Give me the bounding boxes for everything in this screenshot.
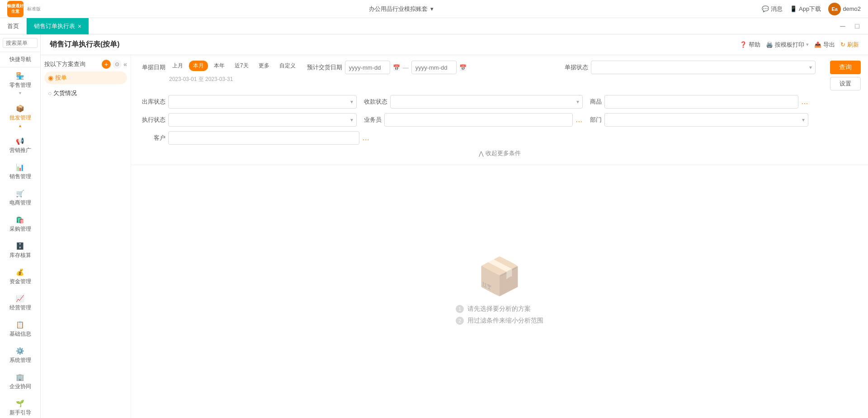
scheme-order-icon: ◉ [48, 74, 53, 81]
date-pill-last-month[interactable]: 上月 [168, 61, 187, 71]
goods-ellipsis-btn[interactable]: … [801, 98, 808, 106]
marketing-icon: 📢 [16, 137, 24, 145]
sidebar-item-operation[interactable]: 📈 经营管理 [0, 290, 40, 316]
scheme-collapse-btn[interactable]: « [123, 61, 127, 68]
retail-icon: 🏪 [16, 72, 24, 80]
sidebar-item-enterprise[interactable]: 🏢 企业协同 [0, 369, 40, 395]
refresh-btn[interactable]: ↻ 刷新 [840, 41, 859, 49]
hint-num-2: 2 [456, 317, 464, 325]
content-area: 销售订单执行表(按单) ❓ 帮助 🖨️ 按模板打印 ▾ 📤 导出 ↻ 刷新 [41, 34, 868, 418]
ecommerce-icon: 🛒 [16, 190, 24, 198]
message-icon: 💬 [762, 5, 769, 12]
tab-maximize-btn[interactable]: □ [852, 21, 863, 32]
tabbar: 首页 销售订单执行表 × ─ □ [0, 18, 868, 34]
customer-ellipsis-btn[interactable]: … [362, 134, 369, 142]
avatar: Ea [828, 3, 841, 15]
sidebar-item-purchase[interactable]: 🛍️ 采购管理 [0, 211, 40, 238]
sidebar-item-sales[interactable]: 📊 销售管理 [0, 159, 40, 185]
goods-input[interactable] [604, 95, 798, 109]
hint-num-1: 1 [456, 305, 464, 313]
export-btn[interactable]: 📤 导出 [814, 41, 835, 49]
scheme-item-by-order[interactable]: ◉ 按单 [44, 71, 127, 84]
message-btn[interactable]: 💬 消息 [762, 5, 783, 13]
search-input[interactable] [3, 38, 38, 48]
sidebar-item-system[interactable]: ⚙️ 系统管理 [0, 342, 40, 369]
sidebar-item-wholesale[interactable]: 📦 批发管理 ▴ [0, 100, 40, 133]
sidebar-search-container [0, 34, 40, 52]
help-icon: ❓ [740, 41, 747, 48]
empty-hints: 1 请先选择要分析的方案 2 用过滤条件来缩小分析范围 [456, 305, 543, 328]
exec-status-label: 执行状态 [138, 116, 165, 124]
customer-input[interactable] [168, 131, 359, 145]
right-main: 单据日期 上月 本月 本年 近7天 更多 自定义 [131, 55, 868, 418]
expected-date-start-input[interactable] [345, 61, 390, 74]
newbie-icon: 🌱 [16, 399, 24, 408]
date-label: 单据日期 [138, 63, 165, 71]
page-title: 销售订单执行表(按单) [50, 40, 120, 55]
date-calendar-end-icon[interactable]: 📅 [459, 64, 467, 71]
main-layout: 快捷导航 🏪 零售管理 ▾ 📦 批发管理 ▴ 📢 营销推广 📊 销售管理 🛒 电… [0, 34, 868, 418]
user-menu[interactable]: Ea demo2 [828, 3, 861, 15]
settings-btn[interactable]: 设置 [830, 77, 861, 90]
dept-select[interactable] [604, 113, 808, 127]
sidebar-item-inventory[interactable]: 🗄️ 库存核算 [0, 238, 40, 264]
tab-minimize-btn[interactable]: ─ [837, 21, 848, 32]
exec-status-select[interactable] [168, 113, 357, 127]
sidebar-item-retail[interactable]: 🏪 零售管理 ▾ [0, 67, 40, 100]
refresh-icon: ↻ [840, 41, 845, 48]
topbar-right: 💬 消息 📱 App下载 Ea demo2 [762, 3, 861, 15]
print-icon: 🖨️ [766, 41, 773, 48]
page-header: 销售订单执行表(按单) ❓ 帮助 🖨️ 按模板打印 ▾ 📤 导出 ↻ 刷新 [41, 34, 868, 55]
empty-illustration: 📦 [477, 255, 522, 298]
salesman-ellipsis-btn[interactable]: … [576, 116, 583, 124]
print-btn[interactable]: 🖨️ 按模板打印 ▾ [766, 41, 809, 49]
app-selector-arrow-icon: ▾ [430, 5, 434, 12]
collect-status-select[interactable] [390, 95, 582, 109]
date-separator: — [403, 64, 409, 71]
app-logo: 畅捷通好生意 [7, 1, 24, 17]
date-pills: 上月 本月 本年 近7天 更多 自定义 [168, 61, 300, 71]
date-pill-last-7[interactable]: 近7天 [231, 61, 253, 71]
out-status-select[interactable] [168, 95, 357, 109]
purchase-icon: 🛍️ [16, 216, 24, 224]
scheme-copy-btn[interactable]: ⊙ [113, 60, 122, 69]
scheme-panel-btns: + ⊙ « [102, 60, 127, 69]
query-btn[interactable]: 查询 [830, 61, 861, 74]
operation-icon: 📈 [16, 294, 24, 303]
action-btns: 查询 设置 [830, 61, 861, 90]
tab-close-icon[interactable]: × [78, 23, 81, 29]
date-calendar-start-icon[interactable]: 📅 [393, 64, 400, 71]
page-header-actions: ❓ 帮助 🖨️ 按模板打印 ▾ 📤 导出 ↻ 刷新 [740, 41, 859, 54]
date-pill-this-year[interactable]: 本年 [210, 61, 229, 71]
finance-icon: 💰 [16, 268, 24, 276]
date-pill-this-month[interactable]: 本月 [189, 61, 208, 71]
sidebar-item-newbie[interactable]: 🌱 新手引导 [0, 395, 40, 418]
expected-date-end-input[interactable] [411, 61, 457, 74]
help-btn[interactable]: ❓ 帮助 [740, 41, 760, 49]
sidebar-item-ecommerce[interactable]: 🛒 电商管理 [0, 185, 40, 211]
tab-home[interactable]: 首页 [0, 18, 27, 34]
sidebar-item-basic[interactable]: 📋 基础信息 [0, 316, 40, 342]
collapse-icon: ⋀ [479, 150, 484, 157]
date-pill-custom[interactable]: 自定义 [275, 61, 300, 71]
basic-icon: 📋 [16, 321, 24, 329]
sidebar: 快捷导航 🏪 零售管理 ▾ 📦 批发管理 ▴ 📢 营销推广 📊 销售管理 🛒 电… [0, 34, 41, 418]
sidebar-item-finance[interactable]: 💰 资金管理 [0, 264, 40, 290]
status-select[interactable] [591, 61, 816, 74]
dept-wrapper [604, 113, 808, 127]
collapse-more-btn[interactable]: ⋀ 收起更多条件 [138, 147, 861, 159]
sidebar-quick-nav[interactable]: 快捷导航 [0, 52, 40, 67]
status-select-wrapper [591, 61, 816, 74]
scheme-item-arrears[interactable]: ○ 欠货情况 [44, 87, 127, 100]
tab-sales-order[interactable]: 销售订单执行表 × [27, 18, 89, 34]
status-label: 单据状态 [565, 63, 588, 71]
salesman-input[interactable] [384, 113, 572, 127]
collect-status-wrapper [390, 95, 582, 109]
app-download-btn[interactable]: 📱 App下载 [790, 5, 821, 13]
sidebar-item-marketing[interactable]: 📢 营销推广 [0, 133, 40, 159]
out-status-wrapper [168, 95, 357, 109]
date-pill-more[interactable]: 更多 [255, 61, 274, 71]
app-selector[interactable]: 办公用品行业模拟账套 ▾ [369, 5, 434, 13]
scheme-panel-header: 按以下方案查询 + ⊙ « [44, 60, 127, 69]
scheme-add-btn[interactable]: + [102, 60, 111, 69]
